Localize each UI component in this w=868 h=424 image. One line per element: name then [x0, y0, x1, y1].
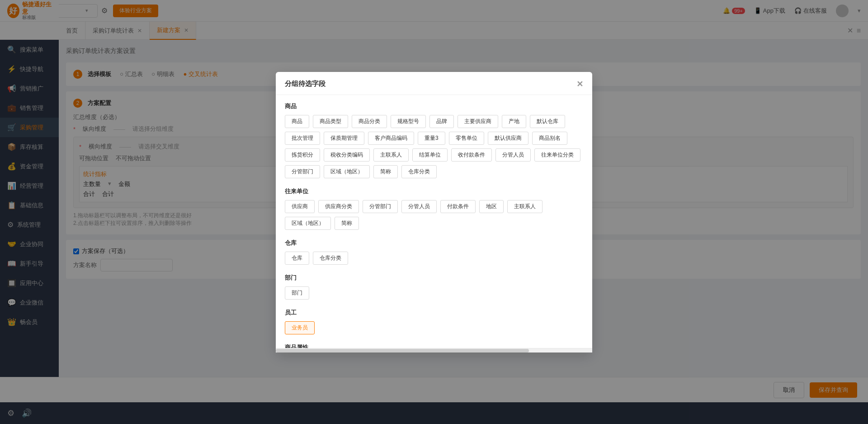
modal-header: 分组待选字段 ✕ [276, 72, 592, 95]
field-tag-商品别名[interactable]: 商品别名 [532, 132, 567, 145]
field-tags-department: 部门 [285, 286, 583, 300]
field-tag-保质期管理[interactable]: 保质期管理 [324, 132, 364, 145]
field-tag-默认供应商[interactable]: 默认供应商 [488, 132, 528, 145]
section-title-goods-attr: 商品属性 [285, 343, 583, 348]
field-tags-warehouse: 仓库仓库分类 [285, 252, 583, 265]
field-tag-简称[interactable]: 简称 [373, 165, 398, 178]
field-tag-客户商品编码[interactable]: 客户商品编码 [368, 132, 414, 145]
section-employee: 员工业务员 [285, 309, 583, 334]
field-tag-产地[interactable]: 产地 [502, 115, 526, 128]
field-tag-业务员[interactable]: 业务员 [285, 321, 315, 334]
field-tag-默认仓库[interactable]: 默认仓库 [530, 115, 565, 128]
field-tag-主联系人[interactable]: 主联系人 [373, 148, 409, 162]
field-tag-重量3[interactable]: 重量3 [418, 132, 445, 145]
section-title-department: 部门 [285, 274, 583, 282]
field-tag-付款条件[interactable]: 付款条件 [440, 200, 476, 213]
section-title-warehouse: 仓库 [285, 239, 583, 247]
field-tag-主要供应商[interactable]: 主要供应商 [458, 115, 498, 128]
field-tag-商品分类[interactable]: 商品分类 [352, 115, 387, 128]
field-tag-主联系人[interactable]: 主联系人 [507, 200, 542, 213]
field-tag-分管部门[interactable]: 分管部门 [285, 165, 320, 178]
section-title-goods: 商品 [285, 102, 583, 110]
section-goods: 商品商品商品类型商品分类规格型号品牌主要供应商产地默认仓库批次管理保质期管理客户… [285, 102, 583, 178]
field-tags-partner: 供应商供应商分类分管部门分管人员付款条件地区主联系人区域（地区）简称 [285, 200, 583, 230]
field-tag-商品类型[interactable]: 商品类型 [313, 115, 348, 128]
modal-overlay: 分组待选字段 ✕ 商品商品商品类型商品分类规格型号品牌主要供应商产地默认仓库批次… [0, 0, 868, 402]
field-tags-goods: 商品商品类型商品分类规格型号品牌主要供应商产地默认仓库批次管理保质期管理客户商品… [285, 115, 583, 178]
field-tag-仓库分类[interactable]: 仓库分类 [313, 252, 348, 265]
field-tag-收付款条件[interactable]: 收付款条件 [451, 148, 492, 162]
field-tag-零售单位[interactable]: 零售单位 [449, 132, 484, 145]
field-tag-地区[interactable]: 地区 [479, 200, 504, 213]
field-tag-区域（地区）[interactable]: 区域（地区） [324, 165, 370, 178]
section-partner: 往来单位供应商供应商分类分管部门分管人员付款条件地区主联系人区域（地区）简称 [285, 187, 583, 230]
section-warehouse: 仓库仓库仓库分类 [285, 239, 583, 265]
modal-title: 分组待选字段 [285, 80, 326, 88]
field-tag-结算单位[interactable]: 结算单位 [412, 148, 448, 162]
modal-body: 商品商品商品类型商品分类规格型号品牌主要供应商产地默认仓库批次管理保质期管理客户… [276, 95, 592, 348]
field-tag-批次管理[interactable]: 批次管理 [285, 132, 320, 145]
field-tag-部门[interactable]: 部门 [285, 286, 309, 300]
field-tag-分管人员[interactable]: 分管人员 [401, 200, 437, 213]
section-title-employee: 员工 [285, 309, 583, 317]
field-tag-拣货积分[interactable]: 拣货积分 [285, 148, 320, 162]
section-department: 部门部门 [285, 274, 583, 300]
field-tag-分管人员[interactable]: 分管人员 [495, 148, 531, 162]
field-tag-税收分类编码[interactable]: 税收分类编码 [324, 148, 370, 162]
field-tag-区域（地区）[interactable]: 区域（地区） [285, 217, 331, 230]
field-tag-仓库分类[interactable]: 仓库分类 [401, 165, 437, 178]
field-tag-供应商[interactable]: 供应商 [285, 200, 315, 213]
field-tags-employee: 业务员 [285, 321, 583, 334]
field-tag-规格型号[interactable]: 规格型号 [391, 115, 426, 128]
field-tag-往来单位分类[interactable]: 往来单位分类 [534, 148, 580, 162]
modal-scrollbar-thumb [276, 349, 529, 353]
section-title-partner: 往来单位 [285, 187, 583, 195]
modal-close-btn[interactable]: ✕ [576, 79, 583, 89]
section-goods-attr: 商品属性属性颜色多规格尺码鞋码1 [285, 343, 583, 348]
field-selection-modal: 分组待选字段 ✕ 商品商品商品类型商品分类规格型号品牌主要供应商产地默认仓库批次… [276, 72, 592, 353]
field-tag-简称[interactable]: 简称 [335, 217, 359, 230]
field-tag-仓库[interactable]: 仓库 [285, 252, 309, 265]
field-tag-分管部门[interactable]: 分管部门 [363, 200, 398, 213]
modal-scrollbar [276, 348, 592, 353]
field-tag-供应商分类[interactable]: 供应商分类 [318, 200, 359, 213]
field-tag-品牌[interactable]: 品牌 [429, 115, 454, 128]
field-tag-商品[interactable]: 商品 [285, 115, 309, 128]
